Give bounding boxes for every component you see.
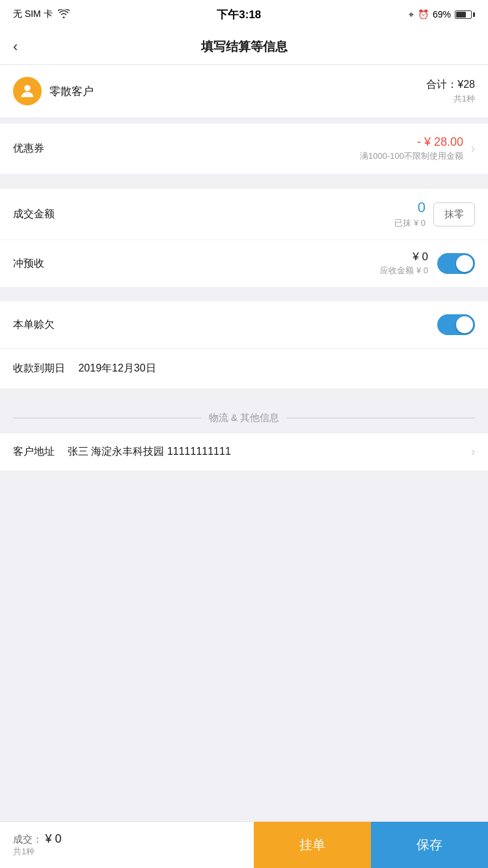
coupon-values: - ¥ 28.00 满1000-100不限制使用金额 xyxy=(360,135,463,162)
debt-toggle[interactable] xyxy=(437,314,475,335)
back-button[interactable]: ‹ xyxy=(13,38,18,55)
bottom-deal-line: 成交： ¥ 0 xyxy=(13,832,241,846)
time-display: 下午3:18 xyxy=(217,7,261,22)
coupon-label: 优惠券 xyxy=(13,142,44,156)
empty-gray-area xyxy=(0,477,488,607)
round-zero-button[interactable]: 抹零 xyxy=(433,202,475,226)
coupon-discount: - ¥ 28.00 xyxy=(360,135,463,149)
nav-bar: ‹ 填写结算等信息 xyxy=(0,29,488,65)
prepaid-sub: 应收金额 ¥ 0 xyxy=(380,265,428,277)
prepaid-toggle[interactable] xyxy=(437,253,475,274)
divider-line-right xyxy=(287,418,475,418)
address-label: 客户地址 xyxy=(13,445,55,459)
battery-indicator xyxy=(455,10,475,19)
divider-text: 物流 & 其他信息 xyxy=(209,412,279,424)
prepaid-amount: ¥ 0 xyxy=(380,251,428,264)
status-bar: 无 SIM 卡 下午3:18 ⌖ ⏰ 69% xyxy=(0,0,488,29)
svg-point-0 xyxy=(24,85,30,91)
section-divider: 物流 & 其他信息 xyxy=(0,403,488,433)
prepaid-row: 冲预收 ¥ 0 应收金额 ¥ 0 xyxy=(0,239,488,287)
deal-amount-row: 成交金额 0 已抹 ¥ 0 抹零 xyxy=(0,188,488,239)
customer-right: 合计：¥28 共1种 xyxy=(426,78,475,105)
customer-count: 共1种 xyxy=(426,93,475,105)
debt-row: 本单赊欠 xyxy=(0,301,488,348)
due-date-row: 收款到期日 2019年12月30日 xyxy=(0,348,488,388)
due-date-value: 2019年12月30日 xyxy=(78,362,156,373)
bottom-deal-amount: ¥ 0 xyxy=(45,832,61,845)
coupon-row[interactable]: 优惠券 - ¥ 28.00 满1000-100不限制使用金额 › xyxy=(0,124,488,174)
customer-left: 零散客户 xyxy=(13,77,94,105)
coupon-note: 满1000-100不限制使用金额 xyxy=(360,150,463,162)
status-left: 无 SIM 卡 xyxy=(13,8,70,20)
nav-title: 填写结算等信息 xyxy=(201,38,288,55)
prepaid-right: ¥ 0 应收金额 ¥ 0 xyxy=(380,251,475,277)
gray-spacer-3 xyxy=(0,395,488,403)
due-date-label: 收款到期日 xyxy=(13,362,65,373)
divider-line-left xyxy=(13,418,201,418)
gray-spacer-2 xyxy=(0,293,488,301)
deal-values: 0 已抹 ¥ 0 xyxy=(394,199,426,229)
address-chevron-icon: › xyxy=(471,445,475,459)
coupon-card: 优惠券 - ¥ 28.00 满1000-100不限制使用金额 › xyxy=(0,124,488,174)
bottom-count: 共1种 xyxy=(13,846,241,858)
debt-toggle-knob xyxy=(456,316,473,333)
customer-total: 合计：¥28 xyxy=(426,78,475,92)
bottom-bar: 成交： ¥ 0 共1种 挂单 保存 xyxy=(0,821,488,868)
customer-card: 零散客户 合计：¥28 共1种 xyxy=(0,65,488,117)
coupon-right: - ¥ 28.00 满1000-100不限制使用金额 › xyxy=(360,135,475,162)
coupon-chevron-icon: › xyxy=(471,142,475,156)
hold-button[interactable]: 挂单 xyxy=(254,822,371,868)
deal-amount-value: 0 xyxy=(394,199,426,216)
save-button[interactable]: 保存 xyxy=(371,822,488,868)
gray-spacer-1 xyxy=(0,180,488,188)
status-right: ⌖ ⏰ 69% xyxy=(409,9,475,20)
location-icon: ⌖ xyxy=(409,9,414,20)
prepaid-values: ¥ 0 应收金额 ¥ 0 xyxy=(380,251,428,277)
debt-label: 本单赊欠 xyxy=(13,318,55,332)
deal-right: 0 已抹 ¥ 0 抹零 xyxy=(394,199,475,229)
prepaid-label: 冲预收 xyxy=(13,257,44,271)
carrier-label: 无 SIM 卡 xyxy=(13,8,53,20)
deal-amount-label: 成交金额 xyxy=(13,208,55,221)
bottom-deal-label: 成交： xyxy=(13,834,42,845)
address-row[interactable]: 客户地址 张三 海淀永丰科技园 11111111111 › xyxy=(0,433,488,470)
deal-sub: 已抹 ¥ 0 xyxy=(394,217,426,229)
customer-avatar xyxy=(13,77,42,105)
alarm-icon: ⏰ xyxy=(418,9,429,20)
bottom-info: 成交： ¥ 0 共1种 xyxy=(0,822,254,868)
customer-name: 零散客户 xyxy=(49,84,94,99)
toggle-knob xyxy=(456,255,473,272)
address-value: 张三 海淀永丰科技园 11111111111 xyxy=(68,445,458,459)
debt-card: 本单赊欠 收款到期日 2019年12月30日 xyxy=(0,301,488,388)
battery-percent: 69% xyxy=(433,9,451,20)
address-card: 客户地址 张三 海淀永丰科技园 11111111111 › xyxy=(0,433,488,470)
customer-row[interactable]: 零散客户 合计：¥28 共1种 xyxy=(0,65,488,117)
main-content: 零散客户 合计：¥28 共1种 优惠券 - ¥ 28.00 满1000-100不… xyxy=(0,65,488,659)
deal-prepaid-card: 成交金额 0 已抹 ¥ 0 抹零 冲预收 ¥ 0 应收金额 ¥ 0 xyxy=(0,188,488,287)
wifi-icon xyxy=(58,9,70,20)
